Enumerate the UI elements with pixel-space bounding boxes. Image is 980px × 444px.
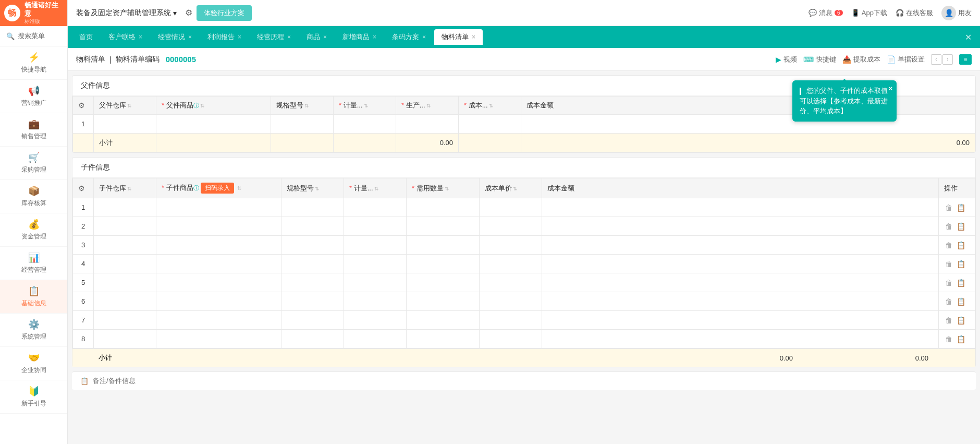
child-row-cost-amount-7[interactable]: [542, 311, 939, 330]
close-tab-customers[interactable]: ×: [139, 33, 142, 41]
child-row-unit-4[interactable]: [344, 255, 407, 273]
child-row-spec-6[interactable]: [281, 292, 344, 311]
child-row-warehouse-5[interactable]: [94, 273, 156, 292]
nav-tab-barcode[interactable]: 条码方案×: [385, 29, 433, 45]
child-sort-icon-4[interactable]: ⇅: [374, 186, 378, 191]
sidebar-item-guide[interactable]: 🔰新手引导: [0, 380, 67, 414]
sort-icon-6[interactable]: ⇅: [489, 103, 493, 109]
sort-icon-2[interactable]: ⇅: [200, 103, 204, 109]
column-settings-icon[interactable]: ⚙: [78, 101, 85, 110]
child-row-qty-1[interactable]: [407, 198, 480, 217]
nav-tab-goods[interactable]: 商品×: [299, 29, 334, 45]
child-row-qty-8[interactable]: [407, 330, 480, 349]
parent-row-warehouse[interactable]: [94, 115, 156, 134]
parent-row-unit[interactable]: [334, 115, 396, 134]
trial-button[interactable]: 体验行业方案: [197, 5, 252, 21]
child-row-warehouse-4[interactable]: [94, 255, 156, 273]
child-row-unit-cost-6[interactable]: [480, 292, 542, 311]
nav-tab-profit[interactable]: 利润报告×: [200, 29, 249, 45]
child-row-spec-1[interactable]: [281, 198, 344, 217]
child-row-warehouse-1[interactable]: [94, 198, 156, 217]
child-row-warehouse-7[interactable]: [94, 311, 156, 330]
child-row-goods-6[interactable]: [156, 292, 281, 311]
child-row-warehouse-3[interactable]: [94, 236, 156, 255]
copy-row-2-icon[interactable]: 📋: [956, 221, 966, 232]
child-sort-icon-3[interactable]: ⇅: [315, 186, 319, 191]
parent-row-goods[interactable]: [156, 115, 271, 134]
next-arrow[interactable]: ›: [942, 54, 953, 65]
child-sort-icon-2[interactable]: ⇅: [237, 185, 241, 191]
sidebar-item-inventory[interactable]: 📦库存核算: [0, 180, 67, 213]
parent-row-spec[interactable]: [271, 115, 334, 134]
child-row-warehouse-2[interactable]: [94, 217, 156, 236]
child-sort-icon-5[interactable]: ⇅: [445, 186, 449, 191]
sidebar-item-system[interactable]: ⚙️系统管理: [0, 314, 67, 347]
sidebar-search[interactable]: 🔍 搜索菜单: [0, 26, 67, 46]
child-row-unit-8[interactable]: [344, 330, 407, 349]
nav-tab-home[interactable]: 首页: [72, 29, 100, 45]
sidebar-item-purchase[interactable]: 🛒采购管理: [0, 147, 67, 180]
video-button[interactable]: ▶ 视频: [776, 55, 797, 64]
copy-row-6-icon[interactable]: 📋: [956, 296, 966, 307]
nav-tab-history[interactable]: 经营历程×: [250, 29, 298, 45]
close-tab-goods[interactable]: ×: [323, 33, 327, 41]
system-selector[interactable]: 装备及固定资产辅助管理系统 ▾: [76, 8, 177, 18]
delete-row-8-icon[interactable]: 🗑: [944, 334, 953, 344]
child-row-qty-5[interactable]: [407, 273, 480, 292]
delete-row-6-icon[interactable]: 🗑: [944, 296, 953, 307]
child-row-qty-4[interactable]: [407, 255, 480, 273]
delete-row-1-icon[interactable]: 🗑: [944, 202, 953, 213]
parent-row-cost[interactable]: [459, 115, 521, 134]
delete-row-2-icon[interactable]: 🗑: [944, 221, 953, 232]
close-tab-operations[interactable]: ×: [188, 33, 192, 41]
child-row-cost-amount-6[interactable]: [542, 292, 939, 311]
close-tab-barcode[interactable]: ×: [422, 33, 426, 41]
sidebar-item-marketing[interactable]: 📢营销推广: [0, 80, 67, 113]
child-row-unit-cost-2[interactable]: [480, 217, 542, 236]
sidebar-item-operations[interactable]: 📊经营管理: [0, 247, 67, 280]
child-row-cost-amount-1[interactable]: [542, 198, 939, 217]
child-row-unit-cost-3[interactable]: [480, 236, 542, 255]
child-row-unit-7[interactable]: [344, 311, 407, 330]
sidebar-item-enterprise[interactable]: 🤝企业协同: [0, 347, 67, 380]
child-row-spec-4[interactable]: [281, 255, 344, 273]
sidebar-item-basics[interactable]: 📋基础信息: [0, 280, 67, 314]
child-row-unit-1[interactable]: [344, 198, 407, 217]
child-row-unit-cost-1[interactable]: [480, 198, 542, 217]
copy-row-3-icon[interactable]: 📋: [956, 240, 966, 250]
child-row-cost-amount-8[interactable]: [542, 330, 939, 349]
messages-button[interactable]: 💬 消息 6: [808, 8, 843, 18]
child-row-cost-amount-2[interactable]: [542, 217, 939, 236]
child-row-spec-8[interactable]: [281, 330, 344, 349]
child-row-unit-6[interactable]: [344, 292, 407, 311]
child-row-unit-cost-5[interactable]: [480, 273, 542, 292]
tooltip-close-button[interactable]: ×: [888, 83, 892, 94]
parent-row-production[interactable]: [396, 115, 459, 134]
child-row-unit-3[interactable]: [344, 236, 407, 255]
child-row-spec-5[interactable]: [281, 273, 344, 292]
app-download-button[interactable]: 📱 App下载: [851, 8, 887, 18]
single-settings-button[interactable]: 📄 单据设置: [887, 55, 925, 64]
child-row-warehouse-6[interactable]: [94, 292, 156, 311]
online-service-button[interactable]: 🎧 在线客服: [896, 8, 933, 18]
delete-row-7-icon[interactable]: 🗑: [944, 315, 953, 326]
sort-icon-3[interactable]: ⇅: [304, 103, 309, 109]
sidebar-item-finance[interactable]: 💰资金管理: [0, 213, 67, 247]
delete-row-5-icon[interactable]: 🗑: [944, 278, 953, 288]
close-all-tabs-button[interactable]: ✕: [961, 30, 976, 44]
sort-icon[interactable]: ⇅: [127, 103, 131, 109]
delete-row-4-icon[interactable]: 🗑: [944, 259, 953, 269]
child-row-spec-7[interactable]: [281, 311, 344, 330]
copy-row-1-icon[interactable]: 📋: [956, 202, 966, 213]
child-row-qty-2[interactable]: [407, 217, 480, 236]
list-view-button[interactable]: ≡: [959, 54, 972, 65]
child-row-spec-3[interactable]: [281, 236, 344, 255]
delete-row-3-icon[interactable]: 🗑: [944, 240, 953, 250]
child-row-goods-5[interactable]: [156, 273, 281, 292]
child-row-cost-amount-3[interactable]: [542, 236, 939, 255]
child-row-warehouse-8[interactable]: [94, 330, 156, 349]
copy-row-8-icon[interactable]: 📋: [956, 334, 966, 344]
nav-tab-bom[interactable]: 物料清单×: [434, 29, 483, 45]
close-tab-bom[interactable]: ×: [472, 33, 475, 41]
sidebar-item-sales[interactable]: 💼销售管理: [0, 113, 67, 147]
